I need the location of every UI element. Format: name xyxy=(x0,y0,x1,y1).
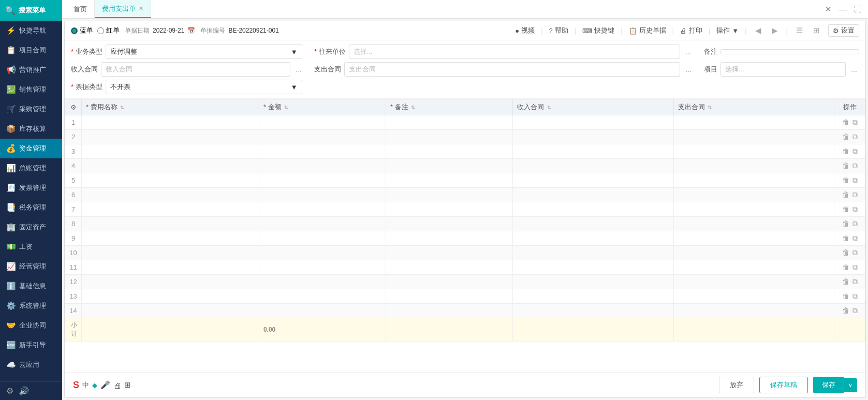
shortcuts-action[interactable]: ⌨ 快捷键 xyxy=(582,26,614,35)
expense-name-cell[interactable] xyxy=(82,246,259,260)
income-contract-cell[interactable] xyxy=(513,275,673,289)
delete-icon[interactable]: 🗑 xyxy=(842,306,849,315)
col-cfg[interactable]: ⚙ xyxy=(65,99,82,115)
amount-cell[interactable] xyxy=(259,275,386,289)
expense-name-cell[interactable] xyxy=(82,144,259,159)
settings-button[interactable]: ⚙ 设置 xyxy=(828,24,859,37)
sidebar-item-new-guide[interactable]: 🆕 新手引导 xyxy=(0,335,62,355)
expense-name-cell[interactable] xyxy=(82,130,259,144)
expense-contract-cell[interactable] xyxy=(673,130,834,144)
sidebar-item-tax[interactable]: 📑 税务管理 xyxy=(0,198,62,217)
amount-cell[interactable] xyxy=(259,289,386,304)
expense-contract-cell[interactable] xyxy=(673,275,834,289)
expense-contract-cell[interactable] xyxy=(673,217,834,231)
tab-home[interactable]: 首页 xyxy=(66,0,95,18)
project-input[interactable]: 选择... xyxy=(720,62,846,77)
income-contract-cell[interactable] xyxy=(513,115,673,130)
sidebar-item-corp-coop[interactable]: 🤝 企业协同 xyxy=(0,316,62,335)
delete-icon[interactable]: 🗑 xyxy=(842,147,849,156)
sort-icon[interactable]: ⇅ xyxy=(547,105,551,110)
sidebar-item-salary[interactable]: 💵 工资 xyxy=(0,237,62,257)
save-main-button[interactable]: 保存 xyxy=(813,377,844,393)
biz-type-select[interactable]: 应付调整 ▼ xyxy=(106,45,302,59)
note-cell[interactable] xyxy=(386,173,513,188)
copy-icon[interactable]: ⧉ xyxy=(852,277,858,286)
delete-icon[interactable]: 🗑 xyxy=(842,176,849,185)
copy-icon[interactable]: ⧉ xyxy=(852,205,858,214)
sort-icon[interactable]: ⇅ xyxy=(284,105,288,110)
delete-icon[interactable]: 🗑 xyxy=(842,234,849,243)
amount-cell[interactable] xyxy=(259,260,386,275)
expense-name-cell[interactable] xyxy=(82,188,259,202)
note-cell[interactable] xyxy=(386,260,513,275)
note-cell[interactable] xyxy=(386,304,513,318)
expense-contract-cell[interactable] xyxy=(673,231,834,246)
income-contract-cell[interactable] xyxy=(513,159,673,173)
expense-name-cell[interactable] xyxy=(82,289,259,304)
operations-action[interactable]: 操作 ▼ xyxy=(716,26,739,35)
expand-window-button[interactable]: ⛶ xyxy=(852,4,864,14)
copy-icon[interactable]: ⧉ xyxy=(852,161,858,170)
expense-name-cell[interactable] xyxy=(82,304,259,318)
income-contract-cell[interactable] xyxy=(513,231,673,246)
sidebar-item-cloud-app[interactable]: ☁️ 云应用 xyxy=(0,355,62,375)
sidebar-item-ops-mgmt[interactable]: 📈 经营管理 xyxy=(0,257,62,276)
income-contract-cell[interactable] xyxy=(513,202,673,217)
sidebar-item-inventory[interactable]: 📦 库存核算 xyxy=(0,119,62,139)
nav-prev-button[interactable]: ◀ xyxy=(753,25,763,36)
close-window-button[interactable]: ✕ xyxy=(823,4,834,15)
sort-icon[interactable]: ⇅ xyxy=(708,105,712,110)
income-contract-cell[interactable] xyxy=(513,246,673,260)
copy-icon[interactable]: ⧉ xyxy=(852,292,858,301)
income-contract-cell[interactable] xyxy=(513,173,673,188)
amount-cell[interactable] xyxy=(259,304,386,318)
print-action[interactable]: 🖨 打印 xyxy=(680,26,702,35)
sidebar-item-invoice[interactable]: 🧾 发票管理 xyxy=(0,178,62,198)
amount-cell[interactable] xyxy=(259,173,386,188)
copy-icon[interactable]: ⧉ xyxy=(852,132,858,141)
expense-contract-cell[interactable] xyxy=(673,159,834,173)
minimize-window-button[interactable]: — xyxy=(837,4,849,14)
income-contract-input[interactable]: 收入合同 xyxy=(101,62,290,77)
amount-cell[interactable] xyxy=(259,130,386,144)
sort-icon[interactable]: ⇅ xyxy=(120,105,124,110)
sort-icon[interactable]: ⇅ xyxy=(411,105,415,110)
amount-cell[interactable] xyxy=(259,246,386,260)
sidebar-item-quick-nav[interactable]: ⚡ 快捷导航 xyxy=(0,21,62,40)
radio-blue-label[interactable]: 蓝单 xyxy=(71,26,93,35)
amount-cell[interactable] xyxy=(259,231,386,246)
radio-blue-input[interactable] xyxy=(71,27,78,34)
discard-button[interactable]: 放弃 xyxy=(719,377,754,393)
remark-input[interactable] xyxy=(720,49,859,54)
sidebar-item-sales-mgmt[interactable]: 💹 销售管理 xyxy=(0,80,62,99)
expense-contract-cell[interactable] xyxy=(673,115,834,130)
sidebar-item-fixed-assets[interactable]: 🏢 固定资产 xyxy=(0,217,62,237)
amount-cell[interactable] xyxy=(259,217,386,231)
speaker-icon[interactable]: 🔊 xyxy=(19,386,29,396)
delete-icon[interactable]: 🗑 xyxy=(842,248,849,257)
expense-name-cell[interactable] xyxy=(82,231,259,246)
note-cell[interactable] xyxy=(386,202,513,217)
grid-view-button[interactable]: ⊞ xyxy=(811,25,822,36)
nav-next-button[interactable]: ▶ xyxy=(770,25,780,36)
tab-close-icon[interactable]: ✕ xyxy=(139,5,143,12)
list-view-button[interactable]: ☰ xyxy=(794,25,805,36)
delete-icon[interactable]: 🗑 xyxy=(842,292,849,301)
delete-icon[interactable]: 🗑 xyxy=(842,132,849,141)
income-contract-cell[interactable] xyxy=(513,188,673,202)
sidebar-item-basic-info[interactable]: ℹ️ 基础信息 xyxy=(0,276,62,296)
tab-expense-form[interactable]: 费用支出单 ✕ xyxy=(95,0,151,18)
sidebar-item-accounting[interactable]: 📊 总账管理 xyxy=(0,158,62,178)
income-contract-cell[interactable] xyxy=(513,130,673,144)
sidebar-item-project-contract[interactable]: 📋 项目合同 xyxy=(0,40,62,60)
copy-icon[interactable]: ⧉ xyxy=(852,306,858,315)
expense-contract-cell[interactable] xyxy=(673,173,834,188)
copy-icon[interactable]: ⧉ xyxy=(852,190,858,199)
video-action[interactable]: ● 视频 xyxy=(515,26,535,35)
amount-cell[interactable] xyxy=(259,115,386,130)
amount-cell[interactable] xyxy=(259,202,386,217)
sidebar-item-marketing[interactable]: 📢 营销推广 xyxy=(0,60,62,80)
sidebar-header[interactable]: 🔍 搜索菜单 xyxy=(0,0,62,21)
invoice-type-select[interactable]: 不开票 ▼ xyxy=(106,80,302,94)
expense-contract-cell[interactable] xyxy=(673,260,834,275)
